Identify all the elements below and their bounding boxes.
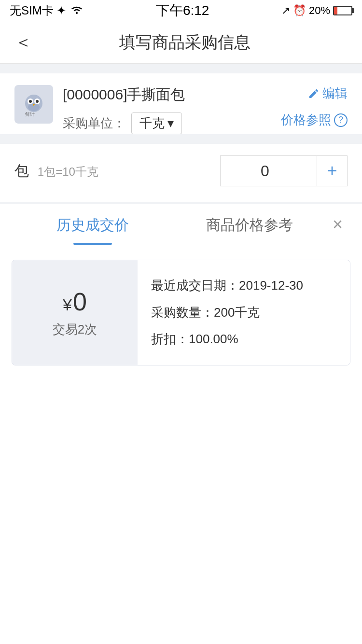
price-ref-button[interactable]: 价格参照 ?	[281, 112, 348, 128]
product-section: 鲜计 [0000006]手撕面包 采购单位： 千克 ▾ 编辑	[0, 73, 362, 202]
alarm-icon: ⏰	[293, 4, 306, 17]
nav-bar: ＜ 填写商品采购信息	[0, 21, 362, 64]
quantity-row: 包 1包=10千克 +	[14, 144, 348, 190]
time-display: 下午6:12	[156, 1, 209, 20]
svg-text:鲜计: 鲜计	[25, 112, 35, 117]
quantity-input-area: +	[220, 155, 348, 186]
tab-close-button[interactable]: ×	[328, 214, 348, 235]
status-right: ↗ ⏰ 20%	[281, 4, 352, 17]
wifi-icon	[70, 4, 84, 17]
discount-value: 100.00%	[189, 332, 238, 346]
dropdown-icon: ▾	[167, 116, 174, 131]
location-icon: ↗	[281, 4, 290, 17]
product-left: 鲜计 [0000006]手撕面包 采购单位： 千克 ▾	[14, 85, 185, 134]
recent-date-value: 2019-12-30	[239, 278, 303, 293]
edit-icon	[308, 88, 320, 99]
currency-symbol: ¥	[63, 295, 72, 314]
recent-date-label: 最近成交日期：	[151, 278, 239, 293]
purchase-qty-label: 采购数量：	[151, 305, 214, 320]
quantity-input[interactable]	[220, 155, 317, 186]
price-amount-display: ¥0	[63, 287, 87, 316]
unit-select[interactable]: 千克 ▾	[131, 112, 182, 134]
battery-icon	[333, 6, 352, 15]
tab-history-label: 历史成交价	[56, 217, 129, 233]
purchase-qty-value: 200千克	[214, 305, 260, 320]
quantity-label-group: 包 1包=10千克	[14, 161, 98, 181]
tab-product-label: 商品价格参考	[206, 217, 293, 233]
quantity-unit-label: 包	[14, 163, 29, 179]
recent-date-row: 最近成交日期：2019-12-30	[151, 276, 336, 296]
divider	[0, 134, 362, 144]
discount-label: 折扣：	[151, 332, 189, 346]
svg-point-4	[29, 100, 32, 103]
price-right-panel: 最近成交日期：2019-12-30 采购数量：200千克 折扣：100.00%	[138, 260, 350, 365]
product-header: 鲜计 [0000006]手撕面包 采购单位： 千克 ▾ 编辑	[14, 85, 348, 134]
tab-product-price[interactable]: 商品价格参考	[171, 204, 327, 245]
price-ref-label: 价格参照	[281, 112, 331, 128]
plus-button[interactable]: +	[317, 155, 348, 186]
back-button[interactable]: ＜	[14, 30, 32, 54]
content-body	[0, 380, 362, 644]
unit-label: 采购单位：	[63, 115, 125, 132]
product-info: [0000006]手撕面包 采购单位： 千克 ▾	[63, 85, 185, 134]
price-left-panel: ¥0 交易2次	[12, 260, 138, 365]
svg-point-0	[76, 12, 78, 14]
purchase-qty-row: 采购数量：200千克	[151, 303, 336, 323]
product-image: 鲜计	[19, 90, 48, 119]
battery-percent: 20%	[309, 4, 330, 17]
edit-label: 编辑	[322, 85, 348, 102]
discount-row: 折扣：100.00%	[151, 329, 336, 350]
tab-bar: 历史成交价 商品价格参考 ×	[0, 204, 362, 245]
unit-row: 采购单位： 千克 ▾	[63, 112, 185, 134]
product-name: [0000006]手撕面包	[63, 85, 185, 105]
svg-point-5	[36, 100, 39, 103]
edit-button[interactable]: 编辑	[308, 85, 348, 102]
help-icon: ?	[334, 113, 348, 127]
carrier-text: 无SIM卡 ✦	[10, 3, 66, 18]
product-right: 编辑 价格参照 ?	[281, 85, 348, 128]
unit-value: 千克	[139, 115, 165, 132]
price-card: ¥0 交易2次 最近成交日期：2019-12-30 采购数量：200千克 折扣：…	[12, 260, 350, 365]
tab-section: 历史成交价 商品价格参考 × ¥0 交易2次 最近成交日期：2019-12-30…	[0, 204, 362, 644]
price-value: 0	[73, 288, 87, 316]
quantity-sub-label: 1包=10千克	[38, 165, 98, 178]
status-left: 无SIM卡 ✦	[10, 3, 84, 18]
trade-count: 交易2次	[53, 321, 97, 338]
status-bar: 无SIM卡 ✦ 下午6:12 ↗ ⏰ 20%	[0, 0, 362, 21]
page-title: 填写商品采购信息	[42, 31, 328, 54]
tab-history-price[interactable]: 历史成交价	[14, 204, 171, 245]
product-thumbnail: 鲜计	[14, 85, 53, 124]
